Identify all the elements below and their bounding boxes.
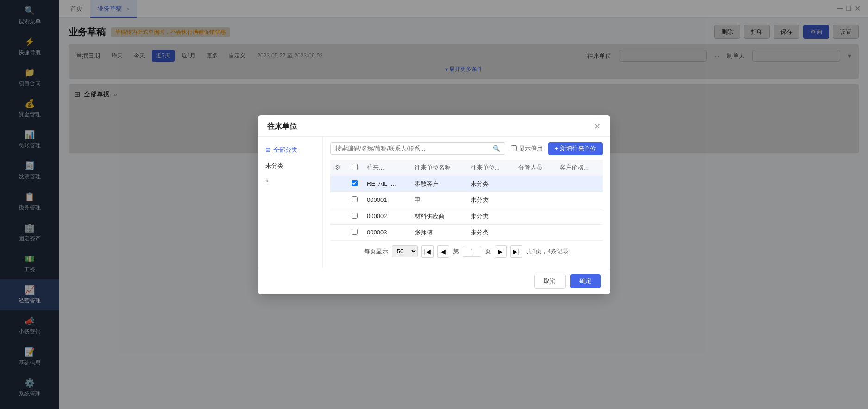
collapse-arrow-icon: « xyxy=(265,177,269,184)
table-row[interactable]: 000002 材料供应商 未分类 xyxy=(330,208,603,224)
dialog-sidebar-uncategorized-label: 未分类 xyxy=(265,162,283,170)
th-manager: 分管人员 xyxy=(514,160,555,176)
table-row[interactable]: 000001 甲 未分类 xyxy=(330,192,603,208)
dialog-sidebar-all-label: 全部分类 xyxy=(273,146,297,154)
grid-small-icon: ⊞ xyxy=(265,146,270,153)
page-size-select[interactable]: 50 100 200 xyxy=(392,245,418,257)
row-check-0[interactable] xyxy=(347,176,362,192)
row-manager-2 xyxy=(514,208,555,224)
dialog-overlay: 往来单位 ✕ ⊞ 全部分类 未分类 « xyxy=(59,0,868,409)
show-disabled-checkbox[interactable] xyxy=(511,145,517,151)
next-page-btn[interactable]: ▶ xyxy=(495,245,507,258)
row-price-2 xyxy=(555,208,603,224)
dialog-search-box: 🔍 xyxy=(330,142,505,155)
row-name-2: 材料供应商 xyxy=(410,208,466,224)
row-code-0: RETAIL_... xyxy=(362,176,410,192)
row-manager-0 xyxy=(514,176,555,192)
row-code-1: 000001 xyxy=(362,192,410,208)
pagination: 每页显示 50 100 200 |◀ ◀ 第 页 ▶ ▶| 共1页，4 xyxy=(330,241,603,262)
row-code-2: 000002 xyxy=(362,208,410,224)
last-page-btn[interactable]: ▶| xyxy=(510,245,522,258)
row-check-2[interactable] xyxy=(347,208,362,224)
dialog-sidebar: ⊞ 全部分类 未分类 « xyxy=(258,137,323,268)
row-price-0 xyxy=(555,176,603,192)
row-price-1 xyxy=(555,192,603,208)
show-disabled-label[interactable]: 显示停用 xyxy=(511,145,543,153)
page-size-label: 每页显示 xyxy=(364,247,388,256)
dialog-collapse-btn[interactable]: « xyxy=(258,174,322,188)
row-gear-0 xyxy=(330,176,347,192)
row-name-0: 零散客户 xyxy=(410,176,466,192)
prev-page-btn[interactable]: ◀ xyxy=(437,245,449,258)
row-name-1: 甲 xyxy=(410,192,466,208)
party-dialog: 往来单位 ✕ ⊞ 全部分类 未分类 « xyxy=(258,115,610,294)
dialog-search-input[interactable] xyxy=(335,145,490,152)
dialog-sidebar-uncategorized[interactable]: 未分类 xyxy=(258,158,322,174)
search-icon: 🔍 xyxy=(493,145,500,152)
th-settings: ⚙ xyxy=(330,160,347,176)
row-price-3 xyxy=(555,224,603,240)
page-unit: 页 xyxy=(485,247,491,256)
row-gear-1 xyxy=(330,192,347,208)
dialog-header: 往来单位 ✕ xyxy=(258,115,610,137)
table-row[interactable]: RETAIL_... 零散客户 未分类 xyxy=(330,176,603,192)
show-disabled-text: 显示停用 xyxy=(519,145,543,153)
row-manager-1 xyxy=(514,192,555,208)
row-category-1: 未分类 xyxy=(466,192,514,208)
dialog-footer: 取消 确定 xyxy=(258,268,610,294)
dialog-title: 往来单位 xyxy=(267,122,297,132)
row-category-3: 未分类 xyxy=(466,224,514,240)
cancel-button[interactable]: 取消 xyxy=(534,274,566,289)
add-party-button[interactable]: + 新增往来单位 xyxy=(548,142,603,155)
dialog-close-icon[interactable]: ✕ xyxy=(594,122,601,131)
page-number-label: 第 xyxy=(453,247,459,256)
th-code: 往来... xyxy=(362,160,410,176)
total-text: 共1页，4条记录 xyxy=(526,247,569,256)
row-category-2: 未分类 xyxy=(466,208,514,224)
th-name: 往来单位名称 xyxy=(410,160,466,176)
th-price: 客户价格... xyxy=(555,160,603,176)
main-area: 首页 业务草稿 × ─ □ ✕ 业务草稿 草稿转为正式单据时，不会执行满赠促销优… xyxy=(59,0,868,409)
page-number-input[interactable] xyxy=(463,246,481,257)
row-manager-3 xyxy=(514,224,555,240)
party-table: ⚙ 往来... 往来单位名称 往来单位... 分管人员 客户价格... xyxy=(330,160,603,241)
first-page-btn[interactable]: |◀ xyxy=(421,245,434,258)
table-row[interactable]: 000003 张师傅 未分类 xyxy=(330,224,603,240)
row-check-1[interactable] xyxy=(347,192,362,208)
select-all-checkbox[interactable] xyxy=(352,164,358,170)
table-header-row: ⚙ 往来... 往来单位名称 往来单位... 分管人员 客户价格... xyxy=(330,160,603,176)
th-category: 往来单位... xyxy=(466,160,514,176)
table-scroll: ⚙ 往来... 往来单位名称 往来单位... 分管人员 客户价格... xyxy=(330,160,603,241)
row-gear-2 xyxy=(330,208,347,224)
row-category-0: 未分类 xyxy=(466,176,514,192)
row-gear-3 xyxy=(330,224,347,240)
dialog-main: 🔍 显示停用 + 新增往来单位 ⚙ xyxy=(323,137,610,268)
dialog-search-row: 🔍 显示停用 + 新增往来单位 xyxy=(330,142,603,155)
th-check xyxy=(347,160,362,176)
dialog-body: ⊞ 全部分类 未分类 « 🔍 xyxy=(258,137,610,268)
row-code-3: 000003 xyxy=(362,224,410,240)
confirm-button[interactable]: 确定 xyxy=(570,274,601,288)
row-name-3: 张师傅 xyxy=(410,224,466,240)
row-check-3[interactable] xyxy=(347,224,362,240)
dialog-sidebar-all[interactable]: ⊞ 全部分类 xyxy=(258,142,322,158)
